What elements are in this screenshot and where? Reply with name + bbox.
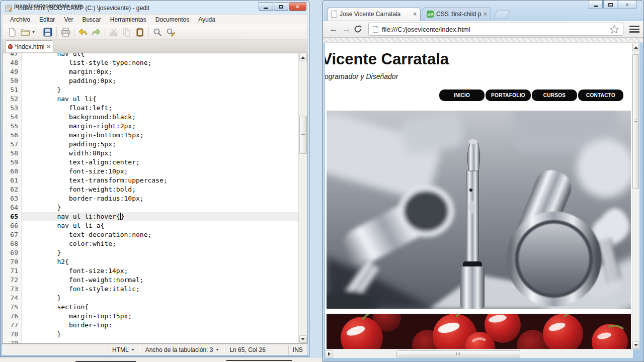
back-button[interactable]: ← [327, 24, 340, 34]
cut-button[interactable] [107, 26, 120, 38]
code-line[interactable]: padding:0px; [22, 76, 298, 85]
chrome-minimize-button[interactable] [589, 1, 603, 9]
browser-tab-jose-vicente[interactable]: Jose Vicente Carratala × [327, 7, 421, 21]
bookmarks-bar [323, 38, 643, 43]
find-button[interactable] [151, 26, 164, 38]
code-line[interactable]: font-size:10px; [22, 167, 298, 176]
code-lines[interactable]: nav ul{ list-style-type:none; margin:0px… [22, 53, 298, 343]
code-line[interactable]: font-weight:normal; [22, 276, 298, 285]
code-line[interactable]: nav ul li:hover{} [22, 212, 298, 221]
code-line[interactable]: float:left; [22, 104, 298, 113]
code-line[interactable]: margin-top:15px; [22, 312, 298, 321]
scrollbar-thumb[interactable] [632, 54, 639, 189]
minimize-icon [264, 8, 268, 9]
code-line[interactable]: } [22, 330, 298, 339]
menu-editar[interactable]: Editar [35, 15, 59, 24]
browser-tab-w3schools[interactable]: w3 CSS :first-child pseudo-ele × [423, 7, 491, 21]
scroll-right-button[interactable] [326, 350, 333, 357]
chrome-menu-button[interactable] [629, 26, 639, 33]
code-line[interactable]: border-top: [22, 321, 298, 330]
print-button[interactable] [59, 26, 72, 38]
tab-width-selector[interactable]: Ancho de la tabulación: 3▼ [141, 345, 225, 354]
code-line[interactable]: font-style:italic; [22, 285, 298, 294]
gedit-titlebar[interactable]: *index.html (BOOTCAMP (C:) \josevicente)… [2, 2, 307, 14]
gedit-minimize-button[interactable] [259, 2, 273, 11]
code-line[interactable]: } [22, 203, 298, 212]
find-replace-button[interactable] [164, 26, 177, 38]
code-line[interactable]: h2{ [22, 257, 298, 266]
code-line[interactable]: } [22, 248, 298, 257]
chevron-down-icon: ▼ [131, 348, 136, 351]
menu-buscar[interactable]: Buscar [77, 15, 105, 24]
scroll-down-button[interactable] [632, 341, 639, 349]
new-tab-button[interactable] [494, 11, 510, 19]
gedit-close-button[interactable]: × [289, 2, 306, 11]
tab-close-icon[interactable]: × [413, 11, 417, 18]
chrome-maximize-button[interactable] [603, 1, 617, 9]
scrollbar-thumb[interactable] [299, 116, 307, 154]
code-line[interactable]: color:white; [22, 239, 298, 248]
line-number: 74 [3, 294, 18, 303]
open-button[interactable] [19, 26, 32, 38]
browser-vertical-scrollbar[interactable] [632, 43, 639, 349]
code-line[interactable]: width:80px; [22, 149, 298, 158]
code-line[interactable]: text-decoration:none; [22, 230, 298, 239]
reload-button[interactable] [353, 25, 366, 34]
code-line[interactable]: nav ul li a{ [22, 221, 298, 230]
chrome-close-button[interactable]: × [618, 1, 636, 9]
code-line[interactable]: margin:0px; [22, 67, 298, 76]
tab-title: Jose Vicente Carratala [340, 11, 411, 18]
tab-close-icon[interactable]: × [46, 44, 50, 49]
code-line[interactable]: } [22, 85, 298, 95]
redo-button[interactable] [90, 26, 103, 38]
browser-horizontal-scrollbar[interactable] [325, 349, 633, 358]
language-mode-selector[interactable]: HTML▼ [108, 345, 141, 354]
gedit-maximize-button[interactable] [274, 2, 288, 11]
address-bar[interactable]: file:///C:/josevicente/index.html [368, 23, 623, 36]
code-line[interactable]: background:black; [22, 113, 298, 122]
menu-archivo[interactable]: Archivo [6, 15, 35, 24]
code-line[interactable]: padding:5px; [22, 140, 298, 149]
code-line[interactable]: nav ul{ [22, 53, 298, 58]
nav-link-portafolio[interactable]: PORTAFOLIO [486, 89, 531, 101]
gedit-text-area[interactable]: 4748495051525354555657585960616263646566… [2, 53, 307, 344]
code-line[interactable]: list-style-type:none; [22, 58, 298, 67]
menu-documentos[interactable]: Documentos [151, 15, 194, 24]
code-line[interactable]: nav ul li{ [22, 95, 298, 104]
save-button[interactable] [41, 26, 54, 38]
scrollbar-thumb[interactable] [396, 350, 520, 357]
code-line[interactable]: text-align:center; [22, 158, 298, 167]
chrome-toolbar: ← → file:///C:/josevicente/index.html [323, 21, 643, 38]
scroll-down-button[interactable] [299, 335, 307, 343]
arrow-up-icon [634, 46, 638, 49]
menu-ayuda[interactable]: Ayuda [194, 15, 220, 24]
paste-button[interactable] [133, 26, 146, 38]
gedit-tab-index-html[interactable]: *index.html × [5, 40, 53, 52]
new-document-button[interactable] [6, 26, 19, 38]
url-text[interactable]: file:///C:/josevicente/index.html [382, 26, 610, 33]
tab-close-icon[interactable]: × [484, 11, 487, 18]
bookmark-star-button[interactable] [610, 25, 619, 34]
nav-link-inicio[interactable]: INICIO [439, 89, 485, 101]
code-line[interactable]: section{ [22, 303, 298, 312]
code-line[interactable]: border-radius:10px; [22, 194, 298, 203]
menu-ver[interactable]: Ver [59, 15, 77, 24]
code-line[interactable]: margin-bottom:15px; [22, 131, 298, 140]
nav-link-contacto[interactable]: CONTACTO [578, 89, 623, 101]
code-line[interactable]: } [22, 294, 298, 303]
scroll-up-button[interactable] [632, 44, 639, 51]
code-line[interactable]: text-transform:uppercase; [22, 176, 298, 185]
gedit-vertical-scrollbar[interactable] [298, 53, 307, 343]
nav-link-cursos[interactable]: CURSOS [532, 89, 577, 101]
code-line[interactable] [22, 339, 298, 343]
copy-button[interactable] [120, 26, 133, 38]
page-heading: Jose Vicente Carratala [325, 50, 633, 68]
code-line[interactable]: font-weight:bold; [22, 185, 298, 194]
undo-button[interactable] [76, 26, 90, 38]
scroll-up-button[interactable] [299, 54, 307, 61]
code-line[interactable]: font-size:14px; [22, 266, 298, 276]
open-dropdown-button[interactable]: ▼ [32, 30, 37, 34]
forward-button[interactable]: → [340, 24, 353, 34]
menu-herramientas[interactable]: Herramientas [106, 15, 151, 24]
code-line[interactable]: margin-right:2px; [22, 122, 298, 131]
